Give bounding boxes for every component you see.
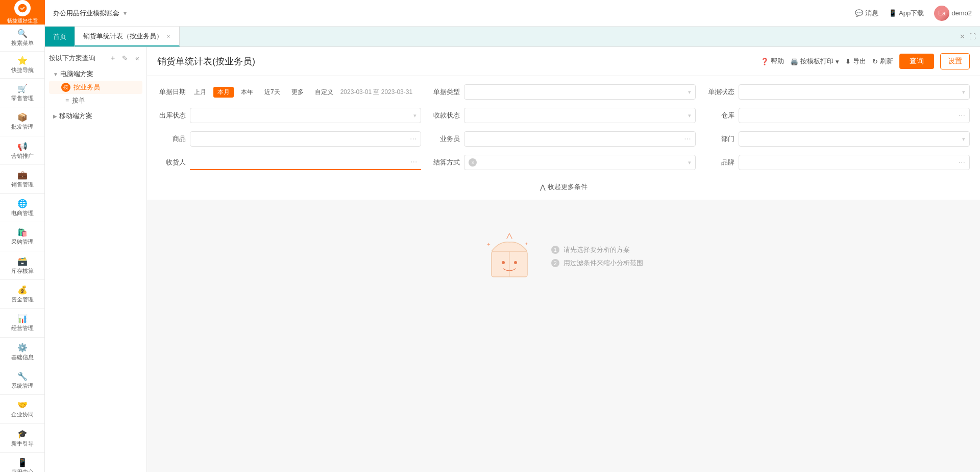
collect-status-select[interactable]: ▾ — [464, 108, 695, 123]
print-dropdown-icon[interactable]: ▾ — [836, 58, 839, 65]
tab-sales-stats[interactable]: 销货单统计表（按业务员） × — [75, 27, 180, 46]
out-status-label: 出库状态 — [157, 111, 186, 120]
collapse-filter-button[interactable]: ⋀ 收起更多条件 — [540, 182, 587, 192]
page-header: 销货单统计表(按业务员) ❓ 帮助 🖨️ 按模板打印 ▾ ⬇ 导出 — [147, 47, 980, 76]
empty-state: ✦ ✦ 1 请先选择要分析的方案 2 — [147, 200, 980, 313]
enterprise-label: 企业协同 — [11, 411, 34, 418]
date-btn-more[interactable]: 更多 — [287, 87, 308, 98]
finance-icon: 💰 — [17, 285, 28, 295]
sidebar: 畅捷通好生意 🔍 搜索菜单 ⭐ 快捷导航 🛒 零售管理 📦 批发管理 📢 营销推… — [0, 0, 45, 472]
help-button[interactable]: ❓ 帮助 — [761, 57, 784, 66]
goods-select[interactable]: ··· — [190, 131, 421, 147]
message-button[interactable]: 💬 消息 — [855, 9, 878, 18]
sidebar-item-system[interactable]: 🔧 系统管理 — [0, 366, 44, 395]
topbar-dropdown[interactable]: ▾ — [124, 10, 127, 17]
sidebar-item-operations[interactable]: 📊 经营管理 — [0, 309, 44, 337]
add-scheme-button[interactable]: ＋ — [108, 53, 118, 63]
salesman-dots[interactable]: ··· — [684, 134, 691, 144]
export-button[interactable]: ⬇ 导出 — [845, 57, 866, 66]
right-panel: 销货单统计表(按业务员) ❓ 帮助 🖨️ 按模板打印 ▾ ⬇ 导出 — [147, 47, 980, 472]
dept-label: 部门 — [706, 134, 734, 144]
maximize-icon[interactable]: ⛶ — [969, 33, 976, 40]
close-window-icon[interactable]: ✕ — [960, 33, 965, 40]
sidebar-item-marketing[interactable]: 📢 营销推广 — [0, 136, 44, 165]
newbie-label: 新手引导 — [11, 440, 34, 447]
sidebar-item-wholesale[interactable]: 📦 批发管理 — [0, 107, 44, 136]
goods-dots[interactable]: ··· — [410, 134, 416, 144]
inventory-icon: 🗃️ — [17, 256, 28, 266]
date-btn-custom[interactable]: 自定义 — [311, 87, 337, 98]
receiver-label: 收货人 — [157, 158, 186, 167]
date-btn-7days[interactable]: 近7天 — [260, 87, 284, 98]
doc-status-select[interactable]: ▾ — [739, 84, 970, 100]
salesman-select[interactable]: ··· — [464, 131, 695, 147]
retail-label: 零售管理 — [11, 95, 34, 102]
tree-item-by-salesman[interactable]: 按 按业务员 — [49, 81, 142, 94]
tab-close-button[interactable]: × — [166, 32, 171, 40]
receiver-dots[interactable]: ··· — [410, 157, 417, 167]
payment-select[interactable]: × ▾ — [464, 155, 695, 170]
edit-scheme-button[interactable]: ✎ — [120, 53, 130, 63]
sidebar-quick-nav[interactable]: ⭐ 快捷导航 — [0, 52, 44, 79]
sidebar-item-purchase[interactable]: 🛍️ 采购管理 — [0, 222, 44, 251]
tree-item-by-order[interactable]: ≡ 按单 — [49, 94, 142, 107]
tree-section-pc-header[interactable]: ▼ 电脑端方案 — [49, 67, 142, 81]
sidebar-item-enterprise[interactable]: 🤝 企业协同 — [0, 395, 44, 423]
user-menu[interactable]: Ea demo2 — [934, 6, 972, 21]
tree-section-mobile-header[interactable]: ▶ 移动端方案 — [49, 109, 142, 123]
brand-select[interactable]: ··· — [739, 155, 970, 170]
sidebar-item-finance[interactable]: 💰 资金管理 — [0, 280, 44, 309]
filter-item-out-status: 出库状态 ▾ — [157, 108, 421, 123]
sidebar-item-ecommerce[interactable]: 🌐 电商管理 — [0, 194, 44, 222]
system-label: 系统管理 — [11, 382, 34, 389]
app-download-button[interactable]: 📱 App下载 — [889, 9, 924, 18]
sales-label: 销售管理 — [11, 181, 34, 188]
operations-icon: 📊 — [17, 314, 28, 323]
settings-button[interactable]: 设置 — [940, 53, 970, 69]
tree-section-pc: ▼ 电脑端方案 按 按业务员 ≡ 按单 — [49, 67, 142, 107]
filter-item-goods: 商品 ··· — [157, 131, 421, 147]
print-button[interactable]: 🖨️ 按模板打印 ▾ — [790, 57, 839, 66]
sidebar-item-basic[interactable]: ⚙️ 基础信息 — [0, 338, 44, 366]
receiver-input[interactable] — [194, 158, 408, 166]
finance-label: 资金管理 — [11, 296, 34, 303]
topbar-right: 💬 消息 📱 App下载 Ea demo2 — [855, 6, 972, 21]
warehouse-select[interactable]: ··· — [739, 108, 970, 123]
sidebar-item-newbie[interactable]: 🎓 新手引导 — [0, 424, 44, 453]
ecommerce-label: 电商管理 — [11, 209, 34, 217]
doc-type-select[interactable]: ▾ — [464, 84, 695, 100]
brand-dots[interactable]: ··· — [959, 158, 965, 167]
date-btn-last-month[interactable]: 上月 — [190, 87, 210, 98]
tree-section-mobile-label: 移动端方案 — [59, 111, 92, 121]
warehouse-dots[interactable]: ··· — [959, 111, 965, 120]
sidebar-item-apps[interactable]: 📱 应用中心 — [0, 453, 44, 472]
dept-select[interactable]: ▾ — [739, 131, 970, 147]
collapse-panel-button[interactable]: « — [132, 53, 142, 63]
refresh-button[interactable]: ↻ 刷新 — [872, 57, 893, 66]
sidebar-item-retail[interactable]: 🛒 零售管理 — [0, 79, 44, 107]
date-btn-current-year[interactable]: 本年 — [237, 87, 257, 98]
print-label: 按模板打印 — [800, 57, 834, 66]
out-status-select[interactable]: ▾ — [190, 108, 421, 123]
sidebar-item-sales[interactable]: 💼 销售管理 — [0, 165, 44, 194]
payment-clear-button[interactable]: × — [469, 158, 477, 167]
date-btn-current-month[interactable]: 本月 — [213, 87, 234, 98]
sidebar-search-menu[interactable]: 🔍 搜索菜单 — [0, 25, 44, 52]
svg-text:✦: ✦ — [525, 242, 528, 246]
receiver-input-box[interactable]: ··· — [190, 155, 421, 170]
collect-status-label: 收款状态 — [431, 111, 460, 120]
print-icon: 🖨️ — [790, 58, 798, 65]
query-button[interactable]: 查询 — [899, 54, 934, 69]
app-download-label: App下载 — [899, 9, 924, 18]
sidebar-item-inventory[interactable]: 🗃️ 库存核算 — [0, 251, 44, 280]
sidebar-logo[interactable]: 畅捷通好生意 — [0, 0, 45, 25]
dept-arrow: ▾ — [962, 136, 965, 143]
retail-icon: 🛒 — [17, 84, 28, 93]
operations-label: 经营管理 — [11, 324, 34, 332]
hint-2-text: 用过滤条件来缩小分析范围 — [564, 258, 643, 268]
user-name: demo2 — [951, 9, 972, 17]
message-icon: 💬 — [855, 9, 863, 17]
tab-home[interactable]: 首页 — [45, 27, 75, 46]
sales-icon: 💼 — [17, 170, 28, 180]
help-label: 帮助 — [771, 57, 784, 66]
